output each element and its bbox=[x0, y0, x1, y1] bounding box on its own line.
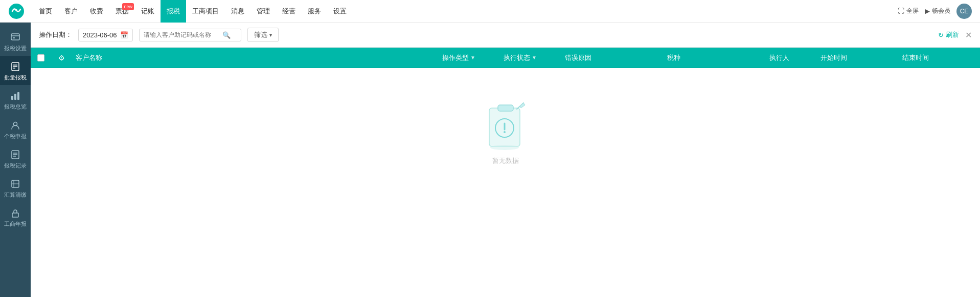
nav-invoice[interactable]: 票据 new bbox=[109, 0, 135, 23]
new-badge: new bbox=[122, 3, 134, 10]
fullscreen-icon: ⛶ bbox=[898, 7, 904, 15]
sidebar-item-batch-tax[interactable]: 批量报税 bbox=[0, 56, 31, 85]
sidebar-item-tax-overview[interactable]: 报税总览 bbox=[0, 85, 31, 114]
svg-rect-2 bbox=[11, 34, 19, 40]
top-navigation: 首页 客户 收费 票据 new 记账 报税 工商项目 消息 管理 经营 服务 设… bbox=[0, 0, 980, 23]
nav-business[interactable]: 工商项目 bbox=[186, 0, 225, 23]
sidebar-item-tax-records[interactable]: 报税记录 bbox=[0, 144, 31, 173]
table-header: ⚙ 客户名称 操作类型 ▼ 执行状态 ▼ 错误原因 税种 bbox=[31, 48, 980, 68]
date-label: 操作日期： bbox=[39, 30, 72, 39]
tax-overview-icon bbox=[10, 90, 21, 101]
empty-text: 暂无数据 bbox=[492, 156, 519, 165]
table-container: ⚙ 客户名称 操作类型 ▼ 执行状态 ▼ 错误原因 税种 bbox=[31, 48, 980, 297]
close-icon: ✕ bbox=[965, 31, 972, 39]
svg-point-1 bbox=[15, 9, 17, 11]
sidebar-item-personal-tax[interactable]: 个税申报 bbox=[0, 115, 31, 144]
batch-tax-label: 批量报税 bbox=[4, 74, 27, 81]
nav-settings[interactable]: 设置 bbox=[327, 0, 353, 23]
sidebar-item-tax-settings[interactable]: 报税设置 bbox=[0, 27, 31, 56]
search-input[interactable] bbox=[144, 31, 220, 38]
svg-rect-4 bbox=[13, 37, 15, 38]
th-checkbox[interactable] bbox=[31, 54, 51, 61]
tax-records-label: 报税记录 bbox=[4, 162, 27, 169]
chevron-down-icon: ▾ bbox=[269, 32, 272, 38]
date-picker[interactable]: 2023-06-06 📅 bbox=[78, 29, 133, 41]
tax-overview-label: 报税总览 bbox=[4, 103, 27, 110]
svg-marker-27 bbox=[520, 103, 525, 108]
tax-settings-label: 报税设置 bbox=[4, 45, 27, 52]
nav-tax[interactable]: 报税 bbox=[161, 0, 186, 23]
sidebar-item-calculation[interactable]: 汇算清缴 bbox=[0, 173, 31, 202]
search-box[interactable]: 🔍 bbox=[139, 29, 241, 41]
tax-settings-icon bbox=[10, 32, 21, 43]
th-operation-type[interactable]: 操作类型 ▼ bbox=[438, 53, 499, 62]
nav-accounts[interactable]: 记账 bbox=[135, 0, 161, 23]
th-start-time: 开始时间 bbox=[816, 53, 898, 62]
calculation-icon bbox=[10, 178, 21, 189]
refresh-button[interactable]: ↻ 刷新 bbox=[938, 30, 959, 39]
refresh-icon: ↻ bbox=[938, 31, 944, 39]
nav-right-area: ⛶ 全屏 ▶ 畅会员 CE bbox=[898, 4, 972, 19]
sidebar: 报税设置 批量报税 报税总览 bbox=[0, 23, 31, 297]
nav-service[interactable]: 服务 bbox=[302, 0, 327, 23]
toolbar: 操作日期： 2023-06-06 📅 🔍 筛选 ▾ ↻ 刷新 ✕ bbox=[31, 23, 980, 48]
th-customer-name: 客户名称 bbox=[72, 53, 438, 62]
settings-icon: ⚙ bbox=[58, 54, 65, 62]
nav-home[interactable]: 首页 bbox=[33, 0, 58, 23]
toolbar-right: ↻ 刷新 ✕ bbox=[938, 30, 972, 40]
calendar-icon: 📅 bbox=[120, 31, 128, 39]
main-layout: 报税设置 批量报税 报税总览 bbox=[0, 23, 980, 297]
nav-message[interactable]: 消息 bbox=[225, 0, 250, 23]
avatar[interactable]: CE bbox=[956, 4, 972, 19]
th-executor: 执行人 bbox=[765, 53, 816, 62]
nav-management[interactable]: 管理 bbox=[250, 0, 276, 23]
nav-customer[interactable]: 客户 bbox=[58, 0, 84, 23]
th-settings[interactable]: ⚙ bbox=[51, 54, 72, 62]
nav-operations[interactable]: 经营 bbox=[276, 0, 302, 23]
video-icon: ▶ bbox=[925, 7, 930, 15]
th-execution-status[interactable]: 执行状态 ▼ bbox=[499, 53, 561, 62]
calculation-label: 汇算清缴 bbox=[4, 192, 27, 198]
member-button[interactable]: ▶ 畅会员 bbox=[925, 7, 950, 15]
th-end-time: 结束时间 bbox=[898, 53, 980, 62]
svg-rect-20 bbox=[12, 213, 18, 217]
svg-point-25 bbox=[504, 131, 506, 133]
th-tax-type: 税种 bbox=[663, 53, 765, 62]
select-all-checkbox[interactable] bbox=[37, 54, 44, 61]
sort-icon-operation: ▼ bbox=[470, 55, 475, 60]
tax-records-icon bbox=[10, 149, 21, 160]
personal-tax-label: 个税申报 bbox=[4, 133, 27, 140]
batch-tax-icon bbox=[10, 61, 21, 72]
svg-rect-11 bbox=[17, 92, 19, 100]
sidebar-item-annual-report[interactable]: 工商年报 bbox=[0, 202, 31, 231]
fullscreen-button[interactable]: ⛶ 全屏 bbox=[898, 7, 919, 15]
nav-billing[interactable]: 收费 bbox=[84, 0, 109, 23]
svg-rect-9 bbox=[11, 96, 13, 100]
svg-point-28 bbox=[490, 145, 519, 150]
annual-report-label: 工商年报 bbox=[4, 221, 27, 227]
th-error-reason: 错误原因 bbox=[561, 53, 663, 62]
svg-rect-10 bbox=[14, 94, 16, 100]
svg-rect-22 bbox=[498, 105, 513, 111]
filter-button[interactable]: 筛选 ▾ bbox=[247, 28, 279, 42]
nav-menu: 首页 客户 收费 票据 new 记账 报税 工商项目 消息 管理 经营 服务 设… bbox=[33, 0, 898, 23]
sort-icon-status: ▼ bbox=[532, 55, 537, 60]
personal-tax-icon bbox=[10, 120, 21, 131]
empty-icon bbox=[480, 99, 531, 150]
close-button[interactable]: ✕ bbox=[965, 30, 972, 40]
search-icon: 🔍 bbox=[222, 31, 231, 39]
empty-state: 暂无数据 bbox=[31, 68, 980, 196]
annual-report-icon bbox=[10, 207, 21, 219]
content-area: 操作日期： 2023-06-06 📅 🔍 筛选 ▾ ↻ 刷新 ✕ bbox=[31, 23, 980, 297]
app-logo[interactable] bbox=[8, 3, 25, 19]
